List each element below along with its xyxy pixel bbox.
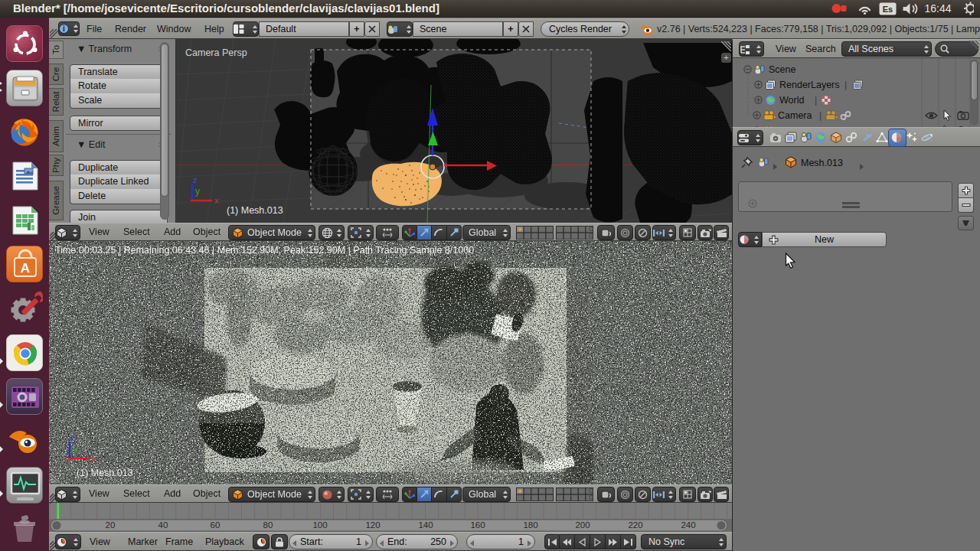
svg-text:100: 100 (312, 520, 327, 530)
svg-text:x: x (92, 454, 96, 463)
svg-text:y: y (73, 444, 77, 455)
svg-text:Camera Persp: Camera Persp (185, 47, 247, 58)
svg-text:40: 40 (158, 520, 168, 530)
svg-text:(1) Mesh.013: (1) Mesh.013 (77, 468, 133, 478)
svg-text:z: z (193, 175, 198, 184)
svg-text:16:44: 16:44 (925, 2, 952, 15)
svg-text:80: 80 (263, 520, 273, 530)
svg-text:A: A (21, 261, 30, 276)
svg-text:240: 240 (681, 520, 695, 530)
svg-text:20: 20 (106, 520, 116, 530)
svg-text:(1) Mesh.013: (1) Mesh.013 (227, 205, 283, 216)
svg-text:Es: Es (883, 5, 893, 14)
svg-text:y: y (195, 186, 200, 197)
svg-text:+: + (724, 53, 728, 62)
svg-text:Time:00:03.25 | Remaining:06:4: Time:00:03.25 | Remaining:06:43.46 | Mem… (55, 245, 474, 256)
svg-text:60: 60 (211, 520, 220, 530)
svg-text:160: 160 (470, 520, 485, 530)
svg-text:200: 200 (575, 520, 590, 530)
svg-text:120: 120 (365, 520, 380, 530)
svg-text:x: x (214, 196, 219, 205)
svg-text:i: i (63, 24, 65, 33)
svg-text:140: 140 (418, 520, 433, 530)
svg-text:220: 220 (628, 520, 642, 530)
svg-text:180: 180 (523, 520, 537, 530)
svg-text:z: z (70, 433, 75, 442)
